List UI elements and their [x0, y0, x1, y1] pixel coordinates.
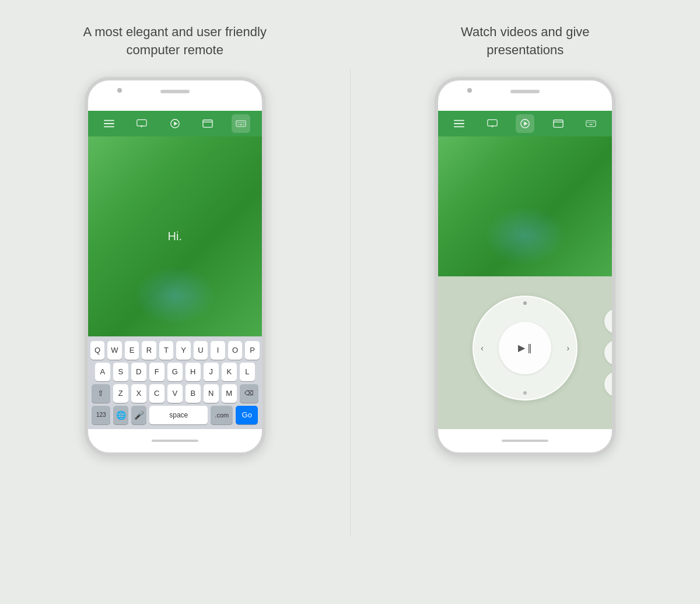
key-k[interactable]: K — [222, 363, 237, 381]
svg-marker-7 — [174, 121, 177, 125]
remote-area: ‹ ▶ ‖ › — [438, 276, 612, 429]
toolbar-menu-icon-right[interactable] — [450, 114, 468, 133]
svg-line-38 — [614, 381, 615, 387]
toolbar-window-icon[interactable] — [198, 114, 217, 133]
toolbar-menu-icon[interactable] — [100, 114, 118, 133]
toolbar-monitor-icon-right[interactable] — [483, 114, 502, 133]
svg-rect-19 — [454, 123, 464, 124]
svg-rect-20 — [454, 126, 464, 127]
svg-rect-37 — [614, 349, 615, 356]
key-n[interactable]: N — [204, 384, 219, 403]
key-shift[interactable]: ⇧ — [92, 384, 110, 403]
touchpad-right[interactable] — [438, 136, 612, 276]
key-r[interactable]: R — [142, 341, 156, 360]
right-panel-title: Watch videos and give presentations — [426, 23, 624, 59]
phone-bottom-left — [88, 429, 262, 452]
camera-left — [117, 88, 122, 93]
svg-rect-35 — [612, 321, 615, 322]
app-toolbar-right — [438, 111, 612, 136]
key-dotcom[interactable]: .com — [211, 406, 233, 424]
svg-rect-34 — [612, 318, 615, 319]
key-a[interactable]: A — [95, 363, 110, 381]
right-panel: Watch videos and give presentations — [351, 0, 701, 604]
remote-side-buttons — [604, 308, 615, 397]
left-panel-title: A most elegant and user friendly compute… — [76, 23, 274, 59]
phone-top-left — [88, 80, 262, 111]
key-mic[interactable]: 🎤 — [131, 406, 146, 424]
keyboard-area[interactable]: Q W E R T Y U I O P A S D F G H — [88, 336, 262, 429]
svg-rect-36 — [612, 324, 615, 325]
svg-rect-28 — [586, 121, 596, 127]
key-y[interactable]: Y — [176, 341, 191, 360]
remote-wrapper: ‹ ▶ ‖ › — [455, 296, 595, 410]
remote-top-dot — [523, 301, 527, 305]
remote-bottom-dot — [523, 391, 527, 395]
key-globe[interactable]: 🌐 — [113, 406, 128, 424]
remote-menu-button[interactable] — [604, 308, 615, 334]
svg-rect-3 — [137, 120, 146, 126]
key-s[interactable]: S — [113, 363, 128, 381]
toolbar-monitor-icon[interactable] — [132, 114, 151, 133]
key-m[interactable]: M — [222, 384, 237, 403]
svg-rect-21 — [488, 120, 497, 126]
key-q[interactable]: Q — [90, 341, 105, 360]
remote-left-arrow[interactable]: ‹ — [481, 343, 484, 353]
key-h[interactable]: H — [186, 363, 201, 381]
remote-stop-button[interactable] — [604, 340, 615, 366]
key-o[interactable]: O — [228, 341, 243, 360]
main-container: A most elegant and user friendly compute… — [0, 0, 700, 604]
speaker-left — [160, 90, 190, 93]
key-123[interactable]: 123 — [92, 406, 110, 424]
key-u[interactable]: U — [194, 341, 208, 360]
key-z[interactable]: Z — [113, 384, 128, 403]
key-f[interactable]: F — [149, 363, 164, 381]
key-c[interactable]: C — [149, 384, 164, 403]
left-phone-frame: Hi. Q W E R T Y U I O P A S — [85, 77, 265, 456]
svg-rect-18 — [454, 120, 464, 121]
key-b[interactable]: B — [186, 384, 201, 403]
svg-rect-0 — [104, 120, 114, 121]
remote-right-arrow[interactable]: › — [567, 343, 570, 353]
key-g[interactable]: G — [167, 363, 183, 381]
toolbar-keyboard-icon-right[interactable] — [582, 114, 600, 133]
key-delete[interactable]: ⌫ — [240, 384, 258, 403]
keyboard-row-1: Q W E R T Y U I O P — [90, 341, 260, 360]
touchpad-text: Hi. — [168, 230, 182, 243]
svg-rect-8 — [203, 120, 212, 127]
play-pause-icon[interactable]: ▶ ‖ — [518, 342, 532, 353]
toolbar-play-icon[interactable] — [166, 114, 184, 133]
toolbar-keyboard-icon[interactable] — [232, 114, 250, 133]
toolbar-window-icon-right[interactable] — [549, 114, 568, 133]
key-j[interactable]: J — [204, 363, 219, 381]
phone-top-right — [438, 80, 612, 111]
app-toolbar-left — [88, 111, 262, 136]
key-x[interactable]: X — [131, 384, 146, 403]
remote-inner-circle[interactable]: ▶ ‖ — [499, 322, 551, 374]
svg-rect-26 — [554, 120, 563, 127]
keyboard-row-2: A S D F G H J K L — [90, 363, 260, 381]
svg-marker-25 — [524, 121, 527, 125]
key-space[interactable]: space — [149, 406, 208, 424]
keyboard-row-3: ⇧ Z X C V B N M ⌫ — [90, 384, 260, 403]
svg-rect-1 — [104, 123, 114, 124]
key-e[interactable]: E — [125, 341, 139, 360]
camera-right — [467, 88, 472, 93]
remote-circle[interactable]: ‹ ▶ ‖ › — [473, 296, 578, 401]
touchpad-left[interactable]: Hi. — [88, 136, 262, 336]
key-l[interactable]: L — [240, 363, 255, 381]
remote-close-button[interactable] — [604, 371, 615, 397]
svg-rect-2 — [104, 126, 114, 127]
keyboard-row-bottom: 123 🌐 🎤 space .com Go — [90, 406, 260, 424]
phone-bottom-right — [438, 429, 612, 452]
key-v[interactable]: V — [167, 384, 183, 403]
key-d[interactable]: D — [131, 363, 146, 381]
key-w[interactable]: W — [107, 341, 122, 360]
key-p[interactable]: P — [245, 341, 260, 360]
key-t[interactable]: T — [159, 341, 174, 360]
remote-outer-ring[interactable]: ‹ ▶ ‖ › — [473, 296, 578, 401]
key-go[interactable]: Go — [236, 406, 258, 424]
speaker-right — [510, 90, 540, 93]
toolbar-play-icon-right[interactable] — [516, 114, 534, 133]
key-i[interactable]: I — [211, 341, 225, 360]
right-phone-frame: ‹ ▶ ‖ › — [435, 77, 615, 456]
